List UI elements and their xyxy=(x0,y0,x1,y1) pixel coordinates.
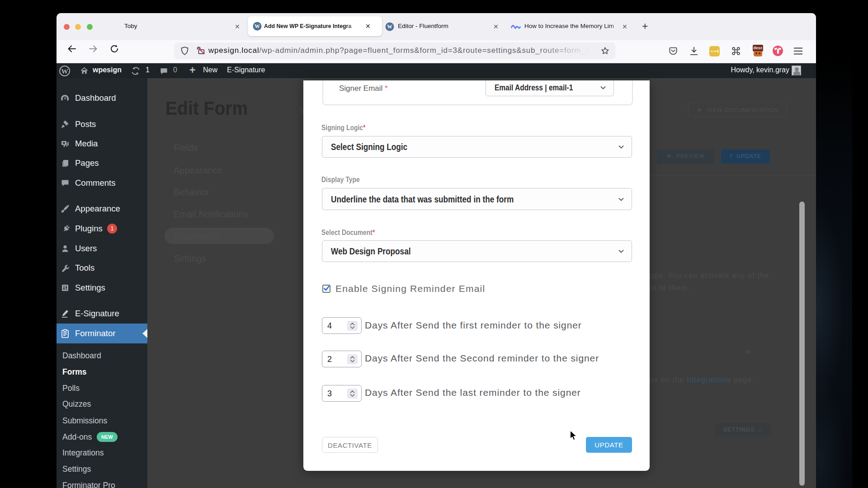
svg-text:W: W xyxy=(255,23,260,29)
svg-text:W: W xyxy=(61,67,68,75)
svg-text:W: W xyxy=(387,24,392,29)
